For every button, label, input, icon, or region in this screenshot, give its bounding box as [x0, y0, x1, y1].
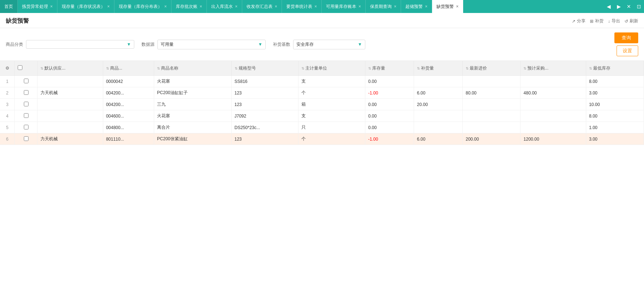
row-checkbox-cell[interactable] [15, 110, 38, 122]
row-unit: 支 [298, 76, 365, 87]
replenish-select[interactable]: 安全库存 ▼ [293, 40, 365, 49]
row-stock: 0.00 [365, 122, 414, 133]
tab-3[interactable]: 现存量（库存分布表） × [114, 0, 171, 13]
tab-11[interactable]: 缺货预警 × [432, 0, 463, 13]
data-table: ⚙ ⇅ 默认供应... ⇅ 商品... [0, 61, 644, 145]
th-name[interactable]: ⇅ 商品名称 [154, 61, 231, 76]
tab-close-10[interactable]: × [425, 4, 427, 9]
th-latest-price[interactable]: ⇅ 最新进价 [463, 61, 521, 76]
table-row: 6 力天机械 801110... PC200张紧油缸 123 个 -1.00 6… [0, 133, 644, 145]
sort-icon: ⇅ [466, 66, 469, 70]
tab-close-1[interactable]: × [50, 4, 53, 9]
datasource-arrow-icon: ▼ [258, 42, 262, 47]
sort-icon: ⇅ [157, 66, 160, 70]
row-spec: 123 [231, 133, 298, 145]
header-actions: ↗ 分享 ⊞ 补货 ↓ 导出 ↺ 刷新 [572, 18, 638, 24]
tab-close-8[interactable]: × [358, 4, 361, 9]
tab-6[interactable]: 收发存汇总表 × [242, 0, 282, 13]
share-button[interactable]: ↗ 分享 [572, 18, 586, 24]
th-replenish[interactable]: ⇅ 补货量 [414, 61, 463, 76]
datasource-select[interactable]: 可用量 ▼ [157, 40, 266, 49]
row-checkbox[interactable] [24, 113, 29, 118]
row-checkbox[interactable] [24, 102, 29, 106]
tab-fullscreen-btn[interactable]: ⊡ [634, 0, 644, 13]
row-checkbox-cell[interactable] [15, 122, 38, 133]
row-checkbox-cell[interactable] [15, 76, 38, 87]
tab-5[interactable]: 出入库流水 × [207, 0, 242, 13]
sort-icon: ⇅ [106, 66, 109, 70]
datasource-value: 可用量 [161, 41, 174, 48]
row-unit: 箱 [298, 99, 365, 110]
th-est-purchase[interactable]: ⇅ 预计采购... [521, 61, 586, 76]
row-checkbox-cell[interactable] [15, 99, 38, 110]
th-supplier[interactable]: ⇅ 默认供应... [38, 61, 103, 76]
tab-7[interactable]: 要货单统计表 × [282, 0, 322, 13]
row-spec: 123 [231, 99, 298, 110]
row-code: 004600... [103, 110, 154, 122]
th-unit[interactable]: ⇅ 主计量单位 [298, 61, 365, 76]
tab-10[interactable]: 超储预警 × [401, 0, 432, 13]
th-settings[interactable]: ⚙ [0, 61, 15, 76]
th-stock[interactable]: ⇅ 库存量 [365, 61, 414, 76]
tab-bar: 首页 拣货异常处理 × 现存量（库存状况表） × 现存量（库存分布表） × 库存… [0, 0, 644, 13]
page-title: 缺货预警 [6, 17, 29, 25]
tab-close-6[interactable]: × [275, 4, 277, 9]
row-name: PC200油缸缸子 [154, 87, 231, 99]
row-number: 6 [0, 133, 15, 145]
category-filter-group: 商品分类 ▼ [6, 40, 134, 49]
row-name: 离合片 [154, 122, 231, 133]
tab-home[interactable]: 首页 [0, 0, 18, 13]
tab-close-4[interactable]: × [200, 4, 202, 9]
row-latest-price: 200.00 [463, 133, 521, 145]
column-settings-icon[interactable]: ⚙ [3, 64, 12, 72]
row-number: 4 [0, 110, 15, 122]
row-min-stock: 10.00 [586, 99, 644, 110]
settings-button[interactable]: 设置 [617, 45, 638, 56]
replenish-button[interactable]: ⊞ 补货 [590, 18, 604, 24]
th-min-stock[interactable]: ⇅ 最低库存 [586, 61, 644, 76]
row-checkbox[interactable] [24, 79, 29, 83]
query-button[interactable]: 查询 [614, 32, 638, 43]
tab-close-3[interactable]: × [164, 4, 167, 9]
row-checkbox[interactable] [24, 125, 29, 129]
tab-close-11[interactable]: × [456, 4, 458, 9]
row-stock: -1.00 [365, 133, 414, 145]
row-supplier: 力天机械 [38, 87, 103, 99]
row-checkbox-cell[interactable] [15, 133, 38, 145]
row-min-stock: 3.00 [586, 87, 644, 99]
tab-close-5[interactable]: × [235, 4, 238, 9]
page-content: 缺货预警 ↗ 分享 ⊞ 补货 ↓ 导出 ↺ 刷新 商品分类 [0, 13, 644, 287]
export-icon: ↓ [608, 19, 610, 24]
row-supplier [38, 76, 103, 87]
th-code[interactable]: ⇅ 商品... [103, 61, 154, 76]
tab-4[interactable]: 库存批次账 × [171, 0, 207, 13]
tab-close-9[interactable]: × [394, 4, 396, 9]
export-button[interactable]: ↓ 导出 [608, 18, 620, 24]
th-spec[interactable]: ⇅ 规格型号 [231, 61, 298, 76]
tab-8[interactable]: 可用量库存账本 × [322, 0, 366, 13]
sort-icon: ⇅ [523, 66, 526, 70]
tab-close-2[interactable]: × [107, 4, 110, 9]
tab-2[interactable]: 现存量（库存状况表） × [57, 0, 114, 13]
row-stock: 0.00 [365, 99, 414, 110]
replenish-arrow-icon: ▼ [358, 42, 362, 47]
row-checkbox[interactable] [24, 90, 29, 95]
tab-next-btn[interactable]: ▶ [614, 0, 624, 13]
row-latest-price [463, 76, 521, 87]
refresh-icon: ↺ [625, 19, 628, 24]
select-all-checkbox[interactable] [18, 65, 22, 70]
tab-1[interactable]: 拣货异常处理 × [18, 0, 57, 13]
row-checkbox-cell[interactable] [15, 87, 38, 99]
replenish-icon: ⊞ [590, 19, 593, 24]
row-spec: SS816 [231, 76, 298, 87]
tab-close-7[interactable]: × [314, 4, 317, 9]
sort-icon: ⇅ [40, 66, 43, 70]
tab-prev-btn[interactable]: ◀ [604, 0, 614, 13]
row-checkbox[interactable] [24, 136, 29, 141]
tab-close-all-btn[interactable]: ✕ [624, 0, 634, 13]
tab-9[interactable]: 保质期查询 × [366, 0, 401, 13]
row-unit: 个 [298, 133, 365, 145]
category-select[interactable]: ▼ [26, 40, 134, 49]
table-header-row: ⚙ ⇅ 默认供应... ⇅ 商品... [0, 61, 644, 76]
refresh-button[interactable]: ↺ 刷新 [625, 18, 638, 24]
